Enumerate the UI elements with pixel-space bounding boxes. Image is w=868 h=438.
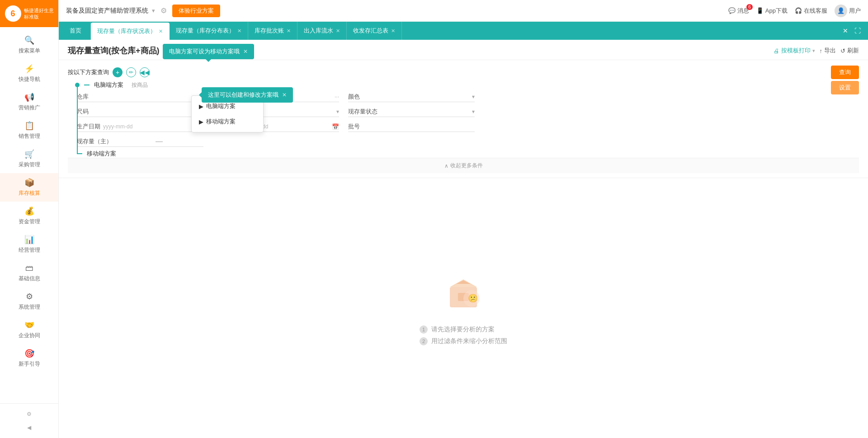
sidebar-settings-btn[interactable]: ⚙ — [24, 408, 34, 420]
field-color: 颜色 ▾ — [348, 92, 475, 102]
sidebar-bottom: ⚙ ◀ — [0, 403, 58, 438]
field-size: 尺码 ▾ — [77, 107, 203, 117]
tab-recv-summary[interactable]: 收发存汇总表 ✕ — [347, 22, 402, 40]
close-all-tabs-btn[interactable]: ✕ — [841, 25, 850, 36]
sidebar-item-enterprise[interactable]: 🤝 企业协同 — [0, 316, 58, 344]
scheme-label-pc: 电脑端方案 — [206, 102, 236, 110]
topbar-left: 装备及固定资产辅助管理系统 ▾ ⚙ 体验行业方案 — [66, 5, 220, 17]
message-btn[interactable]: 💬 消息 6 — [728, 7, 749, 15]
export-btn[interactable]: ↑ 导出 — [820, 47, 836, 55]
marketing-icon: 📢 — [24, 92, 34, 102]
template-dropdown-icon: ▾ — [812, 48, 815, 54]
sidebar-item-basic[interactable]: 🗃 基础信息 — [0, 259, 58, 287]
collapse-bar[interactable]: ∧ 收起更多条件 — [68, 158, 859, 173]
sidebar-item-newbie[interactable]: 🎯 新手引导 — [0, 344, 58, 372]
user-avatar-btn[interactable]: 👤 用户 — [835, 5, 861, 17]
sidebar-item-sales[interactable]: 📋 销售管理 — [0, 116, 58, 145]
quick-icon: ⚡ — [24, 64, 34, 74]
trial-button[interactable]: 体验行业方案 — [172, 5, 220, 17]
template-print-btn[interactable]: 🖨 按模板打印 ▾ — [774, 47, 815, 55]
exp-date-cal-icon[interactable]: 📅 — [332, 123, 339, 130]
empty-text: 1 请先选择要分析的方案 2 用过滤条件来缩小分析范围 — [420, 325, 507, 345]
tooltip-create-scheme-popup: 这里可以创建和修改方案哦 ✕ — [202, 87, 293, 103]
tab-inventory-dist-close[interactable]: ✕ — [237, 28, 241, 34]
prod-date-input[interactable]: yyyy-mm-dd — [103, 123, 196, 130]
tab-in-out-flow-close[interactable]: ✕ — [336, 28, 340, 34]
prod-date-label: 生产日期 — [77, 122, 103, 131]
scheme-row-2: 移动端方案 — [77, 150, 859, 158]
filter-edit-btn[interactable]: ✏ — [126, 67, 136, 77]
inventory-icon: 📦 — [24, 178, 34, 188]
stock-status-dropdown-icon[interactable]: ▾ — [472, 108, 475, 115]
sidebar-collapse-btn[interactable]: ◀ — [24, 422, 34, 433]
headset-icon: 🎧 — [795, 7, 802, 14]
sidebar-item-marketing[interactable]: 📢 营销推广 — [0, 88, 58, 116]
tab-recv-summary-close[interactable]: ✕ — [391, 28, 395, 34]
warehouse-label: 仓库 — [77, 93, 91, 101]
product-dots-icon[interactable]: ··· — [335, 94, 339, 100]
color-dropdown-icon[interactable]: ▾ — [472, 94, 475, 100]
field-batch-no: 批号 — [348, 122, 475, 132]
scheme-item-mobile[interactable]: ▶ 移动端方案 — [192, 114, 263, 129]
topbar-dropdown-icon[interactable]: ▾ — [152, 7, 155, 14]
filter-label-group: 按以下方案查询 + ✏ ◀◀ — [68, 65, 150, 77]
expand-arrow-pc: ▶ — [199, 103, 203, 110]
purchase-icon: 🛒 — [24, 149, 34, 159]
sidebar-label-system: 系统管理 — [19, 303, 40, 311]
sidebar-item-operations[interactable]: 📊 经营管理 — [0, 230, 58, 259]
tab-inventory-dist[interactable]: 现存量（库存分布表） ✕ — [170, 22, 248, 40]
sidebar-item-quick[interactable]: ⚡ 快捷导航 — [0, 59, 58, 88]
message-icon: 💬 — [728, 7, 736, 14]
sidebar-item-inventory[interactable]: 📦 库存核算 — [0, 173, 58, 202]
maximize-btn[interactable]: ⛶ — [853, 25, 863, 36]
sidebar-label-sales: 销售管理 — [19, 132, 40, 140]
tab-home-label: 首页 — [70, 27, 81, 35]
tab-batch-ledger-close[interactable]: ✕ — [287, 28, 291, 34]
sidebar-label-newbie: 新手引导 — [19, 360, 40, 368]
tab-in-out-flow[interactable]: 出入库流水 ✕ — [297, 22, 347, 40]
system-icon: ⚙ — [24, 292, 34, 301]
filter-left-btn[interactable]: ◀◀ — [140, 67, 150, 77]
tooltip-scheme-mobile-close[interactable]: ✕ — [243, 48, 248, 55]
empty-hint-2-text: 用过滤条件来缩小分析范围 — [431, 337, 507, 345]
tab-batch-ledger[interactable]: 库存批次账 ✕ — [248, 22, 297, 40]
empty-state: 😕 1 请先选择要分析的方案 2 用过滤条件来缩小分析范围 — [59, 178, 868, 438]
sidebar-label-enterprise: 企业协同 — [19, 332, 40, 339]
sales-icon: 📋 — [24, 121, 34, 131]
user-label: 用户 — [849, 7, 861, 15]
scheme-pc-label: 电脑端方案 — [94, 81, 123, 89]
logo-line2: 标准版 — [24, 14, 54, 20]
app-download-label: App下载 — [765, 7, 788, 15]
field-stock-qty: 现存量（主） — — [77, 137, 203, 147]
logo-line1: 畅捷通好生意 — [24, 7, 54, 14]
system-name: 装备及固定资产辅助管理系统 — [66, 7, 148, 15]
sidebar-item-purchase[interactable]: 🛒 采购管理 — [0, 145, 58, 173]
sidebar-label-operations: 经营管理 — [19, 246, 40, 254]
refresh-btn[interactable]: ↺ 刷新 — [840, 47, 859, 55]
app-download-btn[interactable]: 📱 App下载 — [756, 7, 788, 15]
vertical-connector — [77, 85, 78, 154]
tab-inventory-status[interactable]: 现存量（库存状况表） ✕ — [91, 23, 170, 40]
export-icon: ↑ — [820, 47, 823, 54]
sidebar-nav: 🔍 搜索菜单 ⚡ 快捷导航 📢 营销推广 📋 销售管理 🛒 采购管理 📦 库存核… — [0, 27, 58, 403]
online-support-btn[interactable]: 🎧 在线客服 — [795, 7, 827, 15]
stock-qty-label: 现存量（主） — [77, 137, 115, 146]
sidebar-item-system[interactable]: ⚙ 系统管理 — [0, 287, 58, 316]
topbar-settings-icon[interactable]: ⚙ — [160, 6, 167, 15]
filter-add-btn[interactable]: + — [113, 67, 123, 77]
batch-no-label: 批号 — [348, 122, 363, 131]
tooltip-create-scheme-text: 这里可以创建和修改方案哦 — [208, 91, 278, 99]
tab-home[interactable]: 首页 — [61, 22, 91, 40]
origin-dropdown-icon[interactable]: ▾ — [336, 108, 339, 115]
sidebar-item-finance[interactable]: 💰 资金管理 — [0, 202, 58, 230]
sidebar-item-search[interactable]: 🔍 搜索菜单 — [0, 31, 58, 59]
tab-batch-ledger-label: 库存批次账 — [255, 27, 284, 35]
tab-inventory-status-label: 现存量（库存状况表） — [97, 27, 156, 35]
finance-icon: 💰 — [24, 206, 34, 216]
tooltip-create-scheme-close[interactable]: ✕ — [282, 92, 287, 98]
tab-inventory-status-close[interactable]: ✕ — [159, 28, 163, 34]
page-title: 现存量查询(按仓库+商品) — [68, 45, 160, 56]
field-prod-date: 生产日期 yyyy-mm-dd 📅 — [77, 122, 203, 132]
filter-label: 按以下方案查询 — [68, 68, 109, 76]
search-btn[interactable]: 查询 — [831, 66, 859, 79]
